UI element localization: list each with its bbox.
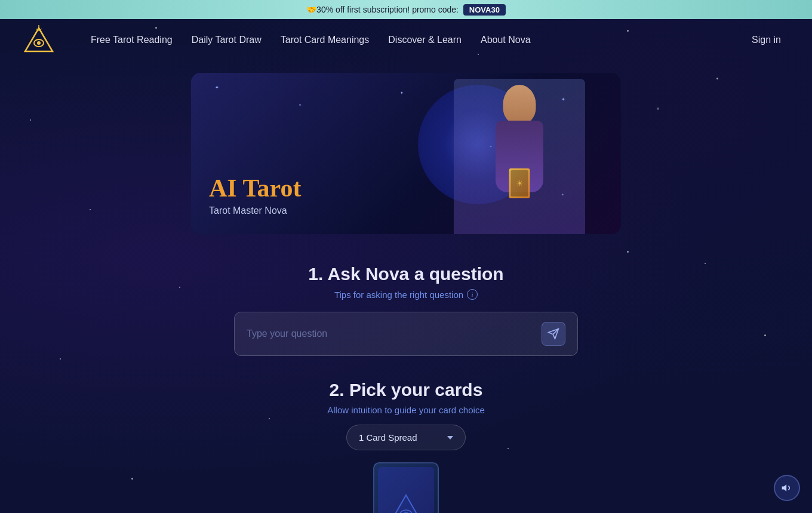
- card-pattern: [378, 467, 434, 513]
- spread-label: 1 Card Spread: [359, 432, 417, 443]
- info-icon[interactable]: i: [467, 289, 478, 300]
- hero-title: AI Tarot: [209, 174, 301, 202]
- sound-icon: [781, 482, 793, 494]
- step1-subtitle[interactable]: Tips for asking the right question: [334, 290, 463, 300]
- nav-free-tarot[interactable]: Free Tarot Reading: [84, 30, 180, 50]
- step2-subtitle: Allow intuition to guide your card choic…: [327, 405, 484, 415]
- step2-section: 2. Pick your cards Allow intuition to gu…: [327, 373, 484, 513]
- tarot-card-preview[interactable]: [373, 462, 439, 513]
- nav-daily-draw[interactable]: Daily Tarot Draw: [184, 30, 269, 50]
- nav-links: Free Tarot Reading Daily Tarot Draw Taro…: [84, 30, 721, 50]
- card-eye-icon: [388, 492, 424, 513]
- question-input[interactable]: [247, 328, 534, 339]
- question-input-wrapper: [234, 312, 578, 356]
- spread-dropdown[interactable]: 1 Card Spread: [346, 425, 466, 450]
- hero-section: ✦ ✦ · ✦ ✦ ✦ ✦ ☀ AI Tarot Tarot Ma: [0, 61, 812, 234]
- step2-title: 2. Pick your cards: [330, 380, 483, 400]
- announcement-bar: 🤝30% off first subscription! promo code:…: [0, 0, 812, 19]
- character-head: [503, 85, 536, 124]
- svg-marker-12: [782, 484, 787, 492]
- sign-in-button[interactable]: Sign in: [745, 30, 788, 50]
- send-button[interactable]: [542, 322, 565, 346]
- main-content: 1. Ask Nova a question Tips for asking t…: [0, 234, 812, 513]
- step1-title: 1. Ask Nova a question: [308, 264, 503, 284]
- character-body: ☀: [496, 121, 543, 192]
- nav-about[interactable]: About Nova: [473, 30, 538, 50]
- hero-character: ☀: [454, 79, 585, 234]
- nav-discover[interactable]: Discover & Learn: [381, 30, 469, 50]
- hero-card: ✦ ✦ · ✦ ✦ ✦ ✦ ☀ AI Tarot Tarot Ma: [191, 73, 621, 234]
- character-figure: ☀: [472, 85, 567, 228]
- step2-subtitle-text: Allow intuition to guide your card choic…: [327, 405, 484, 415]
- hero-text: AI Tarot Tarot Master Nova: [209, 174, 301, 216]
- announcement-text: 🤝30% off first subscription! promo code:: [306, 5, 459, 14]
- step1-subtitle-wrapper: Tips for asking the right question i: [334, 289, 478, 300]
- svg-point-2: [37, 41, 41, 45]
- sound-button[interactable]: [774, 475, 800, 501]
- chevron-down-icon: [447, 436, 453, 440]
- nav-card-meanings[interactable]: Tarot Card Meanings: [273, 30, 377, 50]
- navbar: Free Tarot Reading Daily Tarot Draw Taro…: [0, 19, 812, 61]
- logo[interactable]: [24, 25, 54, 55]
- promo-code: NOVA30: [463, 4, 506, 16]
- hero-subtitle: Tarot Master Nova: [209, 205, 301, 216]
